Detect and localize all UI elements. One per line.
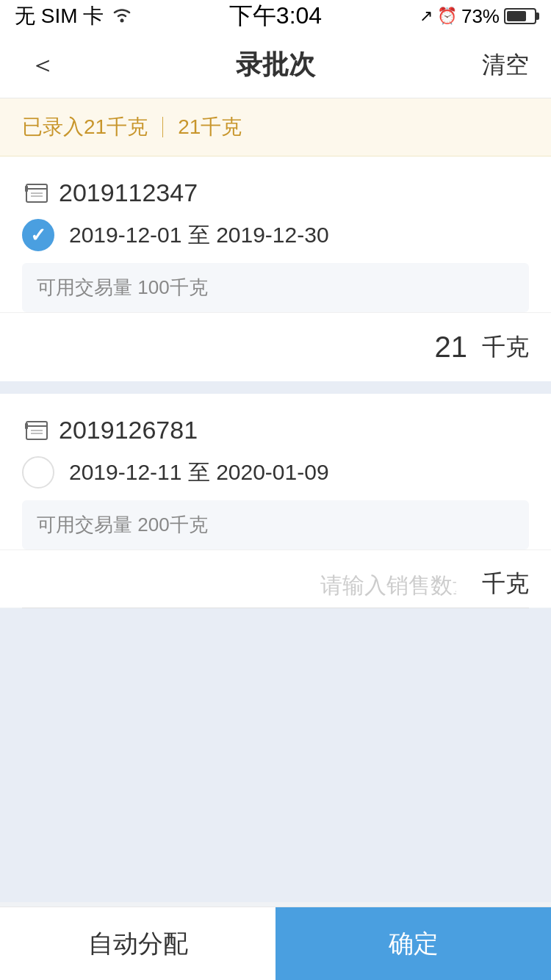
amount-row-2: 千克 — [0, 550, 551, 608]
page-title: 录批次 — [236, 47, 315, 83]
empty-area — [0, 608, 551, 902]
status-bar: 无 SIM 卡 下午3:04 ↗ ⏰ 73% — [0, 0, 551, 32]
batch-card-2: 2019126781 2019-12-11 至 2020-01-09 可用交易量… — [0, 394, 551, 550]
batch-1-number: 2019112347 — [59, 179, 198, 207]
info-banner: 已录入21千克 21千克 — [0, 98, 551, 156]
amount-unit-1: 千克 — [482, 331, 529, 364]
recorded-amount-label: 已录入21千克 — [22, 113, 148, 141]
info-amount: 21千克 — [178, 113, 242, 141]
batch-2-header: 2019126781 — [22, 416, 529, 444]
confirm-button[interactable]: 确定 — [276, 907, 551, 980]
svg-rect-3 — [25, 186, 28, 192]
amount-row-1: 21 千克 — [0, 312, 551, 381]
batch-1-header: 2019112347 — [22, 179, 529, 207]
status-left: 无 SIM 卡 — [15, 2, 133, 30]
battery-icon — [504, 8, 536, 24]
batch-1-radio[interactable] — [22, 219, 54, 251]
status-time: 下午3:04 — [229, 0, 322, 32]
wifi-icon — [111, 4, 133, 28]
batch-2-radio[interactable] — [22, 456, 54, 489]
svg-point-0 — [120, 19, 124, 23]
batch-card-1: 2019112347 2019-12-01 至 2019-12-30 可用交易量… — [0, 156, 551, 312]
batch-2-icon — [22, 417, 51, 444]
status-right: ↗ ⏰ 73% — [419, 5, 536, 28]
batch-2-date: 2019-12-11 至 2020-01-09 — [69, 458, 329, 488]
bottom-bar: 自动分配 确定 — [0, 907, 551, 980]
batch-2-row: 2019-12-11 至 2020-01-09 — [22, 456, 529, 489]
batch-1-date: 2019-12-01 至 2019-12-30 — [69, 220, 329, 251]
amount-unit-2: 千克 — [482, 568, 529, 600]
location-icon: ↗ — [419, 7, 433, 26]
battery-percent: 73% — [461, 5, 500, 28]
batch-1-availability: 可用交易量 100千克 — [22, 263, 529, 312]
alarm-icon: ⏰ — [437, 7, 457, 26]
batch-1-row: 2019-12-01 至 2019-12-30 — [22, 219, 529, 251]
auto-distribute-button[interactable]: 自动分配 — [0, 907, 276, 980]
sales-quantity-input[interactable] — [320, 570, 467, 599]
amount-value-1: 21 — [435, 331, 468, 364]
carrier-text: 无 SIM 卡 — [15, 2, 104, 30]
back-button[interactable]: ＜ — [22, 40, 63, 90]
info-divider — [162, 117, 163, 137]
clear-button[interactable]: 清空 — [482, 49, 529, 82]
batch-2-availability: 可用交易量 200千克 — [22, 500, 529, 550]
nav-bar: ＜ 录批次 清空 — [0, 32, 551, 98]
card-divider — [0, 382, 551, 394]
batch-1-icon — [22, 180, 51, 206]
svg-rect-8 — [25, 423, 28, 429]
batch-2-number: 2019126781 — [59, 416, 198, 444]
